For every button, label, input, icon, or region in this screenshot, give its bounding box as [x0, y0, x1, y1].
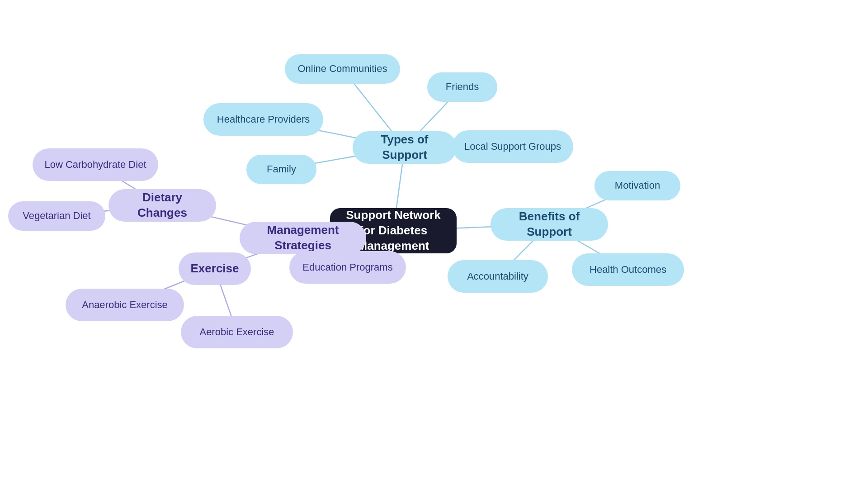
health-outcomes-node: Health Outcomes — [572, 253, 684, 286]
low-carb-diet-node: Low Carbohydrate Diet — [33, 148, 158, 181]
aerobic-exercise-node: Aerobic Exercise — [181, 316, 293, 348]
anaerobic-exercise-node: Anaerobic Exercise — [66, 289, 184, 321]
motivation-node: Motivation — [594, 171, 680, 200]
dietary-changes-node: Dietary Changes — [108, 189, 216, 222]
family-node: Family — [246, 155, 316, 184]
vegetarian-diet-node: Vegetarian Diet — [8, 201, 105, 231]
online-communities-node: Online Communities — [285, 54, 400, 84]
types-of-support-node: Types of Support — [353, 131, 457, 164]
local-support-groups-node: Local Support Groups — [452, 130, 573, 163]
healthcare-providers-node: Healthcare Providers — [203, 103, 323, 136]
accountability-node: Accountability — [448, 260, 548, 293]
exercise-node: Exercise — [179, 252, 251, 285]
friends-node: Friends — [427, 72, 497, 102]
benefits-of-support-node: Benefits of Support — [491, 208, 608, 241]
education-programs-node: Education Programs — [289, 251, 406, 284]
management-strategies-node: Management Strategies — [240, 222, 366, 254]
